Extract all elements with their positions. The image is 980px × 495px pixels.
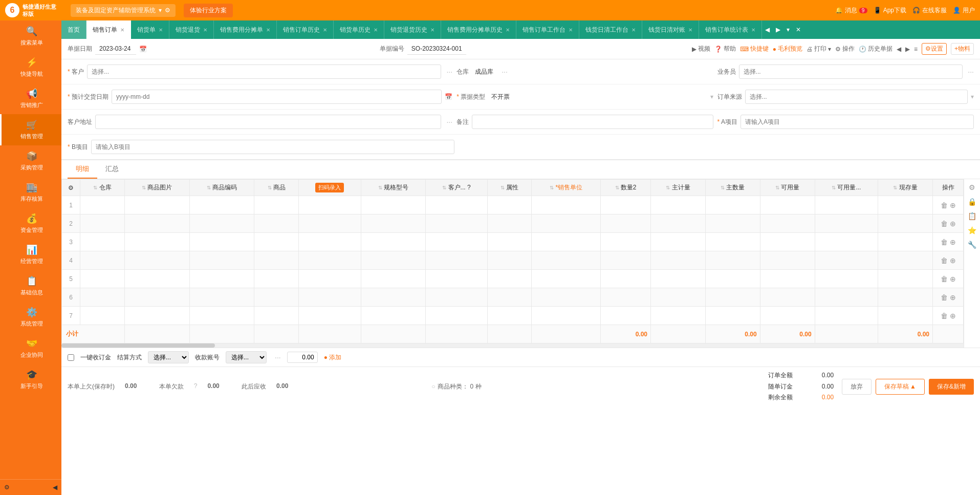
tab-sales-order[interactable]: 销售订单 ✕	[86, 20, 131, 39]
col-product-code[interactable]: ⇅ 商品编码	[189, 180, 254, 196]
col-current-qty[interactable]: ⇅ 现存量	[878, 180, 933, 196]
order-source-arrow-icon[interactable]: ▾	[971, 93, 974, 100]
save-draft-btn[interactable]: 保存草稿 ▲	[876, 379, 925, 395]
warehouse-more-btn[interactable]: ···	[502, 68, 508, 76]
tab-sales-invoice[interactable]: 销货单 ✕	[131, 20, 169, 39]
right-panel-icon-5[interactable]: 🔧	[966, 239, 978, 251]
sidebar-item-operations[interactable]: 📊 经营管理	[0, 239, 61, 270]
right-panel-icon-3[interactable]: 📋	[966, 210, 978, 222]
layout-toggle-btn[interactable]: ≡	[914, 46, 918, 53]
tab-close-icon[interactable]: ✕	[159, 27, 163, 33]
abandon-btn[interactable]: 放弃	[842, 379, 872, 395]
view-video-btn[interactable]: ▶ 视频	[692, 45, 710, 53]
help-col-icon[interactable]: ?	[467, 184, 471, 191]
settings-icon[interactable]: ⚙	[165, 7, 170, 14]
col-main-qty[interactable]: ⇅ 主数量	[705, 180, 760, 196]
date-value[interactable]: 2023-03-24	[95, 43, 136, 55]
notes-input[interactable]	[472, 115, 713, 129]
tab-close-icon[interactable]: ✕	[374, 27, 378, 33]
tab-expense-history[interactable]: 销售费用分摊单历史 ✕	[441, 20, 516, 39]
col-customer-code[interactable]: ⇅ 客户... ?	[426, 180, 487, 196]
industry-btn[interactable]: 体验行业方案	[184, 4, 233, 17]
address-input[interactable]	[95, 115, 441, 129]
col-warehouse[interactable]: ⇅ 仓库	[80, 180, 125, 196]
save-draft-arrow-icon[interactable]: ▲	[910, 383, 916, 390]
app-download-btn[interactable]: 📱 App下载	[874, 6, 906, 15]
help-btn[interactable]: ❓ 帮助	[714, 45, 736, 53]
right-panel-icon-1[interactable]: ⚙	[966, 181, 978, 193]
copy-row-icon[interactable]: ⊕	[950, 238, 956, 246]
notification-btn[interactable]: 🔔 消息 9	[835, 6, 867, 15]
col-settings[interactable]: ⚙	[62, 180, 80, 196]
print-btn[interactable]: 🖨 打印 ▾	[807, 45, 831, 53]
settings-col-icon[interactable]: ⚙	[68, 184, 74, 191]
scan-btn[interactable]: 扫码录入	[315, 183, 344, 192]
sidebar-item-purchase[interactable]: 📦 采购管理	[0, 145, 61, 177]
tab-return-history[interactable]: 销货退货历史 ✕	[384, 20, 441, 39]
tab-sales-return[interactable]: 销货退货 ✕	[169, 20, 214, 39]
sidebar-item-sales[interactable]: 🛒 销售管理	[0, 114, 61, 145]
scroll-thumb[interactable]	[61, 343, 215, 348]
tab-close-icon[interactable]: ✕	[120, 27, 124, 33]
col-spec[interactable]: ⇅ 规格型号	[361, 180, 426, 196]
tab-close-icon[interactable]: ✕	[430, 27, 434, 33]
delete-row-icon[interactable]: 🗑	[941, 201, 948, 209]
tab-sales-stats[interactable]: 销售订单统计表 ✕	[699, 20, 762, 39]
tab-close-all-btn[interactable]: ✕	[793, 20, 804, 39]
delete-row-icon[interactable]: 🗑	[941, 293, 948, 302]
delete-row-icon[interactable]: 🗑	[941, 220, 948, 228]
sidebar-item-marketing[interactable]: 📢 营销推广	[0, 83, 61, 114]
copy-row-icon[interactable]: ⊕	[950, 275, 956, 283]
sidebar-item-inventory[interactable]: 🏬 库存核算	[0, 177, 61, 208]
right-panel-icon-4[interactable]: ⭐	[966, 224, 978, 236]
history-order-btn[interactable]: 🕐 历史单据	[859, 45, 892, 53]
tab-close-icon[interactable]: ✕	[569, 27, 573, 33]
tab-home[interactable]: 首页	[61, 20, 86, 39]
staff-more-btn[interactable]: ···	[968, 68, 974, 76]
tab-detail[interactable]: 明细	[68, 160, 97, 179]
col-attribute[interactable]: ⇅ 属性	[487, 180, 532, 196]
prev-record-btn[interactable]: ◀	[897, 46, 901, 53]
settings-panel-btn[interactable]: ⚙设置	[922, 43, 947, 55]
copy-row-icon[interactable]: ⊕	[950, 220, 956, 228]
right-panel-icon-2[interactable]: 🔒	[966, 196, 978, 208]
col-main-unit[interactable]: ⇅ 主计量	[651, 180, 706, 196]
payment-method-select[interactable]: 选择...	[148, 351, 189, 363]
tab-close-icon[interactable]: ✕	[506, 27, 510, 33]
more-ops-btn[interactable]: ⚙ 操作	[835, 45, 855, 53]
next-record-btn[interactable]: ▶	[905, 46, 910, 53]
tab-menu-btn[interactable]: ▾	[783, 20, 793, 39]
tab-next-btn[interactable]: ▶	[773, 20, 783, 39]
account-more-btn[interactable]: ···	[275, 353, 281, 361]
tab-sales-order-history[interactable]: 销售订单历史 ✕	[277, 20, 334, 39]
copy-row-icon[interactable]: ⊕	[950, 293, 956, 302]
sidebar-item-enterprise[interactable]: 🤝 企业协同	[0, 333, 61, 364]
user-avatar[interactable]: 👤 用户	[953, 6, 975, 15]
copy-row-icon[interactable]: ⊕	[950, 256, 956, 265]
tab-prev-btn[interactable]: ◀	[762, 20, 773, 39]
tab-close-icon[interactable]: ✕	[688, 27, 692, 33]
address-more-btn[interactable]: ···	[446, 118, 452, 126]
col-available-qty[interactable]: ⇅ 可用量	[760, 180, 815, 196]
tab-sales-expense[interactable]: 销售费用分摊单 ✕	[214, 20, 277, 39]
b-project-input[interactable]	[91, 140, 454, 154]
collapse-icon[interactable]: ◀	[53, 484, 57, 491]
settings-bottom-icon[interactable]: ⚙	[4, 484, 10, 491]
customer-more-btn[interactable]: ···	[446, 68, 452, 76]
tab-close-icon[interactable]: ✕	[631, 27, 636, 33]
col-available-more[interactable]: ⇅ 可用量...	[815, 180, 878, 196]
sidebar-item-system[interactable]: ⚙️ 系统管理	[0, 302, 61, 333]
col-product-image[interactable]: ⇅ 商品图片	[124, 180, 189, 196]
a-project-input[interactable]	[741, 115, 974, 129]
add-material-btn[interactable]: +物料	[951, 43, 974, 55]
tab-close-icon[interactable]: ✕	[751, 27, 755, 33]
shortcut-btn[interactable]: ⌨ 快捷键	[740, 45, 769, 53]
payment-amount-input[interactable]	[287, 352, 318, 363]
one-click-checkbox[interactable]	[68, 354, 74, 361]
col-scan[interactable]: 扫码录入	[299, 180, 361, 196]
tab-close-icon[interactable]: ✕	[203, 27, 207, 33]
delete-row-icon[interactable]: 🗑	[941, 238, 948, 246]
horizontal-scrollbar[interactable]	[61, 343, 964, 348]
tab-daily-reconcile[interactable]: 钱货日清对账 ✕	[642, 20, 699, 39]
add-payment-btn[interactable]: ● 添加	[324, 353, 342, 362]
